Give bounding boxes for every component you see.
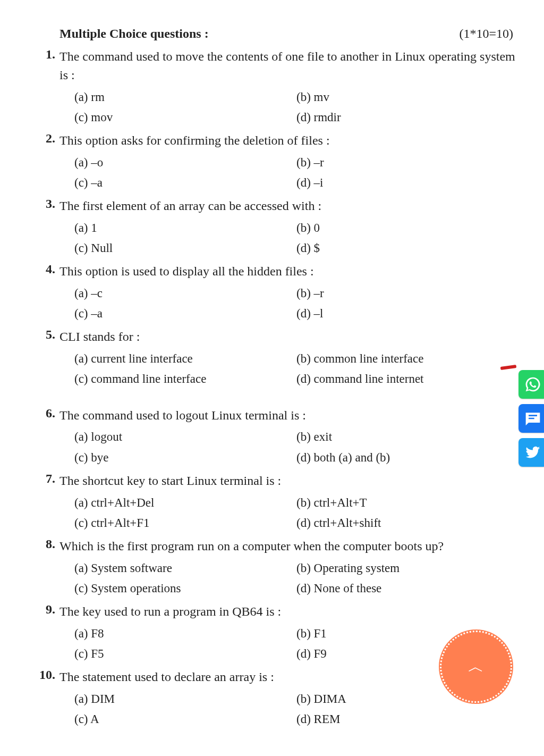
question-number: 4. bbox=[32, 262, 60, 276]
marks-label: (1*10=10) bbox=[459, 27, 513, 41]
option-d: (d) both (a) and (b) bbox=[296, 449, 518, 466]
option-b: (b) –r bbox=[296, 285, 518, 302]
question-text: CLI stands for : bbox=[60, 327, 140, 346]
question-number: 7. bbox=[32, 472, 60, 486]
chevron-up-icon: ︿ bbox=[468, 659, 484, 675]
content: Multiple Choice questions : (1*10=10) 1.… bbox=[0, 0, 544, 744]
option-b: (b) –r bbox=[296, 154, 518, 171]
question-text: The command used to move the contents of… bbox=[60, 47, 518, 85]
option-d: (d) –i bbox=[296, 174, 518, 191]
question-8: 8. Which is the first program run on a c… bbox=[55, 537, 518, 597]
option-b: (b) mv bbox=[296, 89, 518, 106]
question-3: 3. The first element of an array can be … bbox=[55, 197, 518, 257]
question-number: 3. bbox=[32, 197, 60, 211]
option-d: (d) ctrl+Alt+shift bbox=[296, 515, 518, 532]
share-bar bbox=[518, 370, 544, 467]
option-c: (c) A bbox=[74, 711, 296, 728]
option-a: (a) ctrl+Alt+Del bbox=[74, 494, 296, 511]
question-text: The first element of an array can be acc… bbox=[60, 197, 321, 215]
twitter-icon bbox=[524, 444, 541, 461]
option-b: (b) exit bbox=[296, 429, 518, 446]
question-7: 7. The shortcut key to start Linux termi… bbox=[55, 472, 518, 532]
option-a: (a) current line interface bbox=[74, 350, 296, 367]
option-a: (a) –o bbox=[74, 154, 296, 171]
option-d: (d) –l bbox=[296, 305, 518, 322]
question-text: The statement used to declare an array i… bbox=[60, 668, 274, 686]
option-a: (a) –c bbox=[74, 285, 296, 302]
question-text: Which is the first program run on a comp… bbox=[60, 537, 444, 556]
twitter-share-button[interactable] bbox=[518, 438, 544, 467]
question-4: 4. This option is used to display all th… bbox=[55, 262, 518, 322]
option-c: (c) mov bbox=[74, 109, 296, 126]
question-1: 1. The command used to move the contents… bbox=[55, 47, 518, 126]
option-c: (c) –a bbox=[74, 174, 296, 191]
option-b: (b) ctrl+Alt+T bbox=[296, 494, 518, 511]
option-c: (c) command line interface bbox=[74, 371, 296, 388]
whatsapp-icon bbox=[524, 376, 541, 393]
page: { "header":{ "title":"Multiple Choice qu… bbox=[0, 0, 544, 756]
section-title: Multiple Choice questions : bbox=[60, 27, 209, 41]
whatsapp-share-button[interactable] bbox=[518, 370, 544, 399]
option-a: (a) DIM bbox=[74, 691, 296, 708]
option-b: (b) 0 bbox=[296, 220, 518, 237]
option-d: (d) rmdir bbox=[296, 109, 518, 126]
option-a: (a) logout bbox=[74, 429, 296, 446]
option-a: (a) rm bbox=[74, 89, 296, 106]
question-number: 10. bbox=[32, 668, 60, 682]
option-a: (a) System software bbox=[74, 560, 296, 577]
question-text: This option is used to display all the h… bbox=[60, 262, 314, 281]
question-number: 9. bbox=[32, 602, 60, 617]
question-text: This option asks for confirming the dele… bbox=[60, 131, 330, 150]
option-c: (c) ctrl+Alt+F1 bbox=[74, 515, 296, 532]
question-6: 6. The command used to logout Linux term… bbox=[55, 406, 518, 466]
question-5: 5. CLI stands for : (a) current line int… bbox=[55, 327, 518, 388]
question-number: 8. bbox=[32, 537, 60, 551]
question-number: 2. bbox=[32, 131, 60, 146]
header: Multiple Choice questions : (1*10=10) bbox=[55, 27, 518, 41]
option-c: (c) F5 bbox=[74, 645, 296, 662]
question-number: 5. bbox=[32, 327, 60, 342]
question-text: The key used to run a program in QB64 is… bbox=[60, 602, 281, 621]
option-c: (c) Null bbox=[74, 240, 296, 257]
question-2: 2. This option asks for confirming the d… bbox=[55, 131, 518, 191]
option-c: (c) –a bbox=[74, 305, 296, 322]
option-a: (a) 1 bbox=[74, 220, 296, 237]
option-d: (d) command line internet bbox=[296, 371, 518, 388]
option-d: (d) REM bbox=[296, 711, 518, 728]
option-c: (c) bye bbox=[74, 449, 296, 466]
question-number: 6. bbox=[32, 406, 60, 421]
question-number: 1. bbox=[32, 47, 60, 62]
messenger-icon bbox=[524, 410, 541, 427]
question-text: The shortcut key to start Linux terminal… bbox=[60, 472, 281, 490]
option-d: (d) $ bbox=[296, 240, 518, 257]
option-b: (b) common line interface bbox=[296, 350, 518, 367]
option-a: (a) F8 bbox=[74, 625, 296, 642]
option-c: (c) System operations bbox=[74, 580, 296, 597]
option-d: (d) None of these bbox=[296, 580, 518, 597]
question-text: The command used to logout Linux termina… bbox=[60, 406, 306, 425]
messenger-share-button[interactable] bbox=[518, 404, 544, 433]
scroll-to-top-button[interactable]: ︿ bbox=[440, 631, 512, 703]
option-b: (b) Operating system bbox=[296, 560, 518, 577]
